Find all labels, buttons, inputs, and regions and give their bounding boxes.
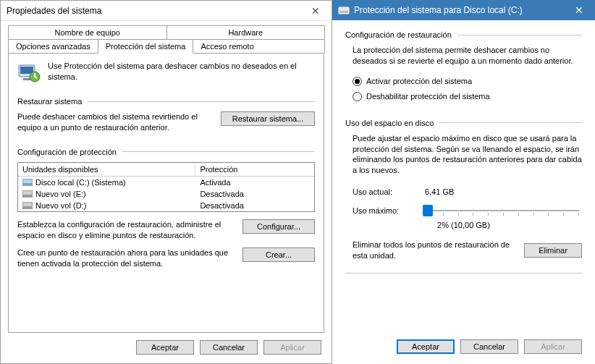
tab-advanced[interactable]: Opciones avanzadas	[8, 39, 98, 53]
restore-config-header: Configuración de restauración	[345, 30, 452, 39]
close-icon[interactable]: ✕	[301, 1, 330, 20]
svg-rect-7	[23, 195, 32, 197]
ok-button[interactable]: Aceptar	[397, 339, 455, 354]
tab-strip: Nombre de equipo Hardware Opciones avanz…	[8, 25, 324, 53]
slider-thumb[interactable]	[423, 205, 433, 216]
restore-text: Puede deshacer cambios del sistema revir…	[17, 111, 214, 133]
drive-icon	[22, 179, 33, 186]
configure-button[interactable]: Configurar...	[242, 219, 315, 234]
table-row[interactable]: Nuevo vol (E:) Desactivada	[18, 188, 314, 200]
current-usage-value: 6,41 GB	[425, 187, 454, 196]
restore-header: Restaurar sistema	[17, 97, 82, 106]
create-button[interactable]: Crear...	[242, 247, 315, 262]
divider	[88, 101, 315, 102]
divider	[457, 35, 582, 35]
drive-icon	[338, 4, 350, 16]
svg-rect-11	[339, 11, 348, 13]
apply-button[interactable]: Aplicar	[263, 340, 321, 355]
window-title: Protección del sistema para Disco local …	[354, 5, 565, 15]
slider-value-label: 2% (10,00 GB)	[345, 221, 582, 229]
current-usage-label: Uso actual:	[353, 187, 425, 196]
protection-header: Configuración de protección	[17, 148, 117, 156]
svg-rect-2	[23, 78, 30, 80]
drive-icon	[22, 190, 33, 198]
disk-usage-text: Puede ajustar el espacio máximo en disco…	[353, 133, 582, 176]
radio-enable-protection[interactable]: Activar protección del sistema	[353, 77, 582, 86]
divider	[345, 273, 582, 274]
drives-table: Unidades disponibles Protección Disco lo…	[17, 162, 315, 212]
create-text: Cree un punto de restauración ahora para…	[17, 247, 235, 269]
delete-button[interactable]: Eliminar	[524, 243, 582, 258]
dialog-footer: Aceptar Cancelar Aplicar	[332, 332, 595, 364]
tab-remote[interactable]: Acceso remoto	[193, 39, 325, 53]
radio-icon	[353, 92, 362, 101]
tab-computer-name[interactable]: Nombre de equipo	[8, 25, 167, 39]
cancel-button[interactable]: Cancelar	[460, 339, 518, 354]
max-usage-label: Uso máximo:	[353, 206, 425, 215]
ok-button[interactable]: Aceptar	[136, 340, 194, 355]
table-row[interactable]: Disco local (C:) (Sistema) Activada	[18, 177, 314, 188]
delete-text: Eliminar todos los puntos de restauració…	[353, 240, 517, 261]
apply-button[interactable]: Aplicar	[524, 339, 582, 354]
tab-hardware[interactable]: Hardware	[166, 25, 326, 39]
system-protection-icon	[17, 61, 41, 84]
titlebar: Protección del sistema para Disco local …	[332, 0, 595, 20]
drive-icon	[22, 202, 33, 209]
col-protection[interactable]: Protección	[195, 163, 314, 176]
window-title: Propiedades del sistema	[7, 6, 301, 16]
divider	[122, 151, 315, 152]
table-row[interactable]: Nuevo vol (D:) Desactivada	[18, 200, 314, 211]
radio-icon	[353, 77, 362, 86]
restore-system-button[interactable]: Restaurar sistema...	[221, 111, 315, 126]
disk-usage-header: Uso del espacio en disco	[345, 119, 434, 127]
svg-rect-9	[23, 206, 32, 208]
tab-panel: Use Protección del sistema para deshacer…	[8, 53, 324, 333]
dialog-footer: Aceptar Cancelar Aplicar	[1, 333, 332, 363]
svg-rect-5	[23, 183, 32, 185]
system-properties-dialog: Propiedades del sistema ✕ Nombre de equi…	[0, 0, 332, 364]
intro-text: Use Protección del sistema para deshacer…	[48, 61, 315, 84]
titlebar: Propiedades del sistema ✕	[1, 1, 332, 21]
col-drives[interactable]: Unidades disponibles	[18, 163, 195, 176]
restore-config-text: La protección del sistema permite deshac…	[353, 45, 582, 67]
configure-text: Establezca la configuración de restaurac…	[17, 219, 235, 241]
system-protection-drive-dialog: Protección del sistema para Disco local …	[332, 0, 595, 364]
close-icon[interactable]: ✕	[565, 1, 594, 20]
divider	[439, 122, 582, 123]
cancel-button[interactable]: Cancelar	[200, 340, 258, 355]
max-usage-slider[interactable]	[425, 203, 582, 218]
tab-system-protection[interactable]: Protección del sistema	[98, 39, 194, 54]
radio-disable-protection[interactable]: Deshabilitar protección del sistema	[353, 92, 582, 101]
